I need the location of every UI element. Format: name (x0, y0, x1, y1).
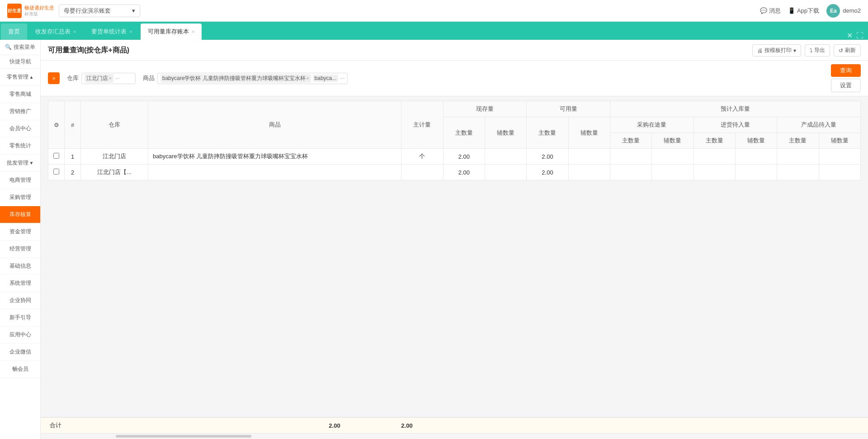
cell-index: 1 (65, 149, 81, 165)
sidebar-item-operations-mgmt[interactable]: 经营管理 (0, 241, 40, 258)
cell-avail-main: 2.00 (527, 149, 568, 165)
product-ellipsis[interactable]: ··· (340, 75, 344, 81)
tab-receive[interactable]: 收发存汇总表 × (28, 24, 83, 40)
avatar: Ea (826, 4, 840, 18)
tab-order[interactable]: 要货单统计表 × (84, 24, 139, 40)
cell-incoming-aux (735, 165, 777, 180)
company-selector[interactable]: 母婴行业演示账套 ▾ (59, 5, 140, 17)
table-row[interactable]: 2 江北门店【... 2.00 2.00 (48, 165, 861, 180)
cell-product (148, 165, 401, 180)
sidebar-item-new-guide[interactable]: 新手引导 (0, 309, 40, 326)
cell-checkbox[interactable] (48, 165, 65, 180)
sidebar-item-inventory[interactable]: 库存核算 (0, 206, 40, 223)
sidebar-item-system-mgmt[interactable]: 系统管理 (0, 275, 40, 292)
message-button[interactable]: 💬 消息 (760, 7, 781, 15)
message-icon: 💬 (760, 7, 767, 14)
sidebar-item-enterprise-collab[interactable]: 企业协同 (0, 292, 40, 309)
cell-product: babycare学饮杯 儿童防摔防撞吸管杯重力球吸嘴杯宝宝水杯 (148, 149, 401, 165)
cell-avail-aux (568, 165, 610, 180)
warehouse-ellipsis[interactable]: ··· (115, 75, 120, 81)
tab-home[interactable]: 首页 (1, 24, 27, 40)
nav-close-button[interactable]: ✕ (847, 31, 853, 40)
product-tag-1: babycare学饮杯 儿童防摔防撞吸管杯重力球吸嘴杯宝宝水杯 × (160, 74, 311, 83)
home-tab-label: 首页 (8, 28, 20, 36)
user-area[interactable]: Ea demo2 (826, 4, 861, 18)
warehouse-tag-container[interactable]: 江北门店 × ··· (81, 73, 136, 84)
th-index: # (65, 101, 81, 149)
sidebar-item-enterprise-wechat[interactable]: 企业微信 (0, 344, 40, 361)
sidebar-item-retail-stats[interactable]: 零售统计 (0, 137, 40, 155)
nav-tabs-right: ✕ ⛶ (847, 31, 868, 40)
receive-tab-close[interactable]: × (73, 29, 76, 34)
available-tab-label: 可用量库存账本 (148, 28, 189, 36)
search-icon: 🔍 (5, 44, 12, 50)
top-bar-left: 好生意 畅捷通好生意 标准版 母婴行业演示账套 ▾ (7, 4, 140, 18)
sidebar-search[interactable]: 🔍 搜索菜单 (0, 40, 40, 55)
sidebar-item-finance-mgmt[interactable]: 资金管理 (0, 223, 40, 241)
sidebar-item-marketing[interactable]: 营销推广 (0, 103, 40, 120)
export-icon: ⤵ (810, 47, 812, 54)
footer-current-main: 2.00 (316, 422, 353, 429)
product-tag-2: babyca... (313, 75, 339, 82)
top-bar: 好生意 畅捷通好生意 标准版 母婴行业演示账套 ▾ 💬 消息 📱 App下载 E… (0, 0, 868, 22)
tab-available[interactable]: 可用量库存账本 × (141, 24, 202, 40)
cell-current-main: 2.00 (443, 149, 485, 165)
warehouse-tag: 江北门店 × (85, 74, 113, 83)
order-tab-close[interactable]: × (129, 29, 132, 34)
warehouse-tag-close[interactable]: × (109, 76, 112, 81)
template-print-button[interactable]: 🖨 按模板打印 ▾ (752, 44, 801, 57)
page-header: 可用量查询(按仓库+商品) 🖨 按模板打印 ▾ ⤵ 导出 ↺ 刷新 (41, 40, 868, 61)
warehouse-filter: 仓库 江北门店 × ··· (67, 73, 136, 84)
cell-incoming-aux (735, 149, 777, 165)
sidebar-item-app-center[interactable]: 应用中心 (0, 326, 40, 344)
cell-main-unit (401, 165, 443, 180)
cell-purchase-main (610, 149, 651, 165)
nav-expand-button[interactable]: ⛶ (856, 32, 863, 40)
sidebar-item-member[interactable]: 畅会员 (0, 361, 40, 378)
print-icon: 🖨 (757, 47, 763, 54)
cell-current-main: 2.00 (443, 165, 485, 180)
nav-tabs: 首页 收发存汇总表 × 要货单统计表 × 可用量库存账本 × ✕ ⛶ (0, 22, 868, 40)
footer-avail-main: 2.00 (389, 422, 425, 429)
sidebar-item-retail-mall[interactable]: 零售商城 (0, 86, 40, 103)
sidebar-item-retail-mgmt[interactable]: 零售管理 ▲ (0, 69, 40, 86)
setting-button[interactable]: 设置 (831, 79, 861, 92)
product-tag-1-close[interactable]: × (307, 76, 309, 81)
expand-button[interactable]: » (48, 72, 60, 84)
download-icon: 📱 (788, 7, 795, 14)
th-current-aux: 辅数量 (485, 117, 526, 149)
horizontal-scrollbar[interactable] (41, 434, 868, 439)
th-current-main: 主数量 (443, 117, 485, 149)
sidebar-item-wholesale-mgmt[interactable]: 批发管理 ▼ (0, 155, 40, 172)
refresh-button[interactable]: ↺ 刷新 (834, 44, 861, 57)
table-row[interactable]: 1 江北门店 babycare学饮杯 儿童防摔防撞吸管杯重力球吸嘴杯宝宝水杯 个… (48, 149, 861, 165)
sidebar-quick-nav[interactable]: 快捷导航 (0, 55, 40, 69)
available-tab-close[interactable]: × (192, 29, 194, 34)
page-title: 可用量查询(按仓库+商品) (48, 46, 129, 55)
sidebar-item-ecommerce-mgmt[interactable]: 电商管理 (0, 172, 40, 189)
cell-checkbox[interactable] (48, 149, 65, 165)
cell-current-aux (485, 149, 526, 165)
sidebar-item-member-center[interactable]: 会员中心 (0, 120, 40, 137)
chevron-icon-wholesale: ▼ (29, 160, 34, 165)
cell-incoming-main (693, 165, 735, 180)
cell-main-unit: 个 (401, 149, 443, 165)
logo-text: 畅捷通好生意 标准版 (24, 5, 54, 17)
filter-bar: » 仓库 江北门店 × ··· 商品 babycare学饮杯 儿童防摔防撞吸管杯… (41, 61, 868, 96)
sidebar-item-basic-info[interactable]: 基础信息 (0, 258, 40, 275)
cell-prod-main (777, 149, 819, 165)
th-purchase-main: 主数量 (610, 133, 651, 149)
app-download-button[interactable]: 📱 App下载 (788, 7, 819, 15)
receive-tab-label: 收发存汇总表 (35, 28, 71, 36)
th-avail-main: 主数量 (527, 117, 568, 149)
data-table: ⚙ # 仓库 商品 主计量 现存量 可用量 预计入库量 主数量 辅数量 主数量 (48, 101, 861, 180)
product-tag-container[interactable]: babycare学饮杯 儿童防摔防撞吸管杯重力球吸嘴杯宝宝水杯 × babyca… (157, 73, 348, 84)
query-button[interactable]: 查询 (831, 64, 861, 77)
page-header-actions: 🖨 按模板打印 ▾ ⤵ 导出 ↺ 刷新 (752, 44, 861, 57)
cell-purchase-aux (652, 165, 693, 180)
th-current-stock: 现存量 (443, 101, 527, 117)
sidebar-item-purchase-mgmt[interactable]: 采购管理 (0, 189, 40, 206)
th-settings[interactable]: ⚙ (48, 101, 65, 149)
logo-icon: 好生意 (7, 4, 22, 18)
export-button[interactable]: ⤵ 导出 (805, 44, 830, 57)
